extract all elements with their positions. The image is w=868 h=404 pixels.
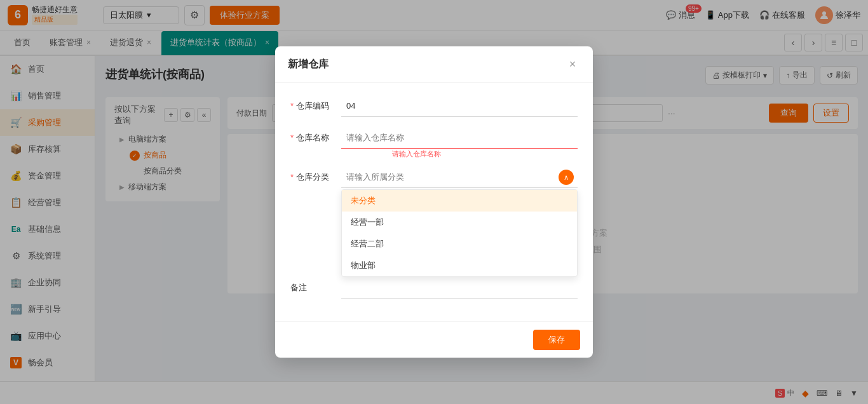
warehouse-notes-row: 备注 <box>290 277 578 299</box>
category-dropdown: 未分类 经营一部 经营二部 物业部 <box>341 189 578 277</box>
warehouse-category-label: 仓库分类 <box>290 166 341 183</box>
warehouse-category-wrap: ∧ <box>341 166 578 188</box>
warehouse-name-error: 请输入仓库名称 <box>392 149 441 159</box>
category-option-uncategorized[interactable]: 未分类 <box>342 190 577 212</box>
dialog-footer: 保存 <box>275 321 593 358</box>
dialog-body: 仓库编码 仓库名称 请输入仓库名称 仓库分类 ∧ 未分类 经营一部 经营二部 物 <box>275 83 593 321</box>
warehouse-code-row: 仓库编码 <box>290 95 578 117</box>
warehouse-notes-input[interactable] <box>341 277 578 299</box>
category-toggle-button[interactable]: ∧ <box>559 170 574 185</box>
dialog-title: 新增仓库 <box>288 58 329 71</box>
warehouse-name-label: 仓库名称 <box>290 127 341 144</box>
warehouse-category-input[interactable] <box>341 166 578 188</box>
dialog-close-button[interactable]: × <box>565 57 580 72</box>
warehouse-category-row: 仓库分类 ∧ 未分类 经营一部 经营二部 物业部 <box>290 166 578 188</box>
warehouse-name-input-wrap: 请输入仓库名称 <box>341 127 578 149</box>
save-button[interactable]: 保存 <box>533 330 580 350</box>
dialog-header: 新增仓库 × <box>275 46 593 83</box>
category-option-ops1[interactable]: 经营一部 <box>342 212 577 233</box>
warehouse-code-label: 仓库编码 <box>290 95 341 112</box>
category-option-ops2[interactable]: 经营二部 <box>342 233 577 255</box>
warehouse-notes-label: 备注 <box>290 277 341 293</box>
warehouse-code-input[interactable] <box>341 95 578 117</box>
new-warehouse-dialog: 新增仓库 × 仓库编码 仓库名称 请输入仓库名称 仓库分类 ∧ 未分类 <box>275 46 593 358</box>
category-option-property[interactable]: 物业部 <box>342 255 577 276</box>
warehouse-name-input[interactable] <box>341 127 578 149</box>
warehouse-name-row: 仓库名称 请输入仓库名称 <box>290 127 578 149</box>
